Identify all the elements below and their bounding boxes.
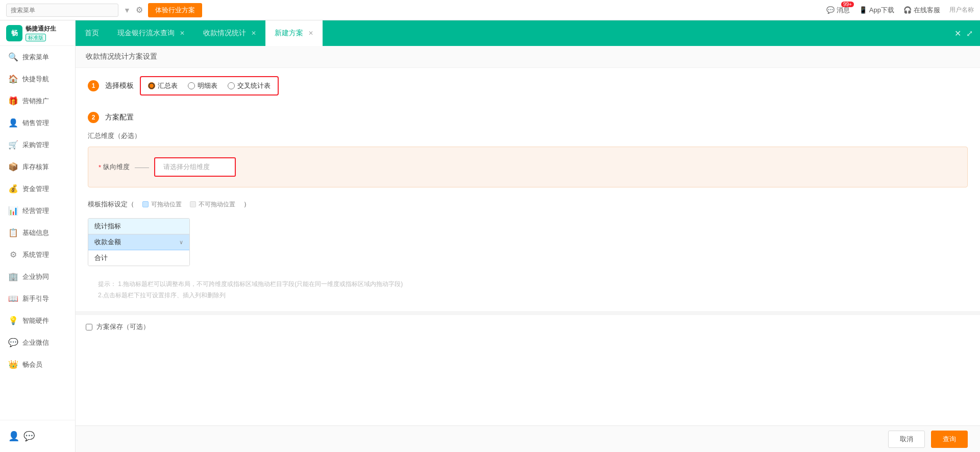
save-checkbox[interactable] <box>86 324 92 330</box>
sidebar-item-marketing[interactable]: 🎁 营销推广 <box>0 90 75 112</box>
section-divider <box>76 311 980 315</box>
sidebar-item-label-sales: 销售管理 <box>22 118 49 128</box>
sidebar-item-finance[interactable]: 💰 资金管理 <box>0 178 75 200</box>
save-row: 方案保存（可选） <box>76 315 980 339</box>
tab-newplan[interactable]: 新建方案 ✕ <box>265 20 323 46</box>
step2-label: 方案配置 <box>105 113 134 122</box>
sidebar-item-system[interactable]: ⚙ 系统管理 <box>0 244 75 266</box>
query-button[interactable]: 查询 <box>931 431 968 448</box>
tab-home[interactable]: 首页 <box>76 20 108 46</box>
finance-icon: 💰 <box>8 184 18 194</box>
main-layout: 畅 畅捷通好生 标准版 🔍 搜索菜单 🏠 快捷导航 🎁 营销推广 👤 销 <box>0 20 980 452</box>
sidebar-item-member[interactable]: 👑 畅会员 <box>0 353 75 375</box>
tab-cashflow-close[interactable]: ✕ <box>180 30 185 37</box>
metrics-col-header-label: 收款金额 <box>94 237 121 247</box>
tab-receipt-close[interactable]: ✕ <box>251 30 256 37</box>
tips-section: 提示： 1.拖动标题栏可以调整布局，不可跨维度或指标区域拖动栏目字段(只能在同一… <box>88 274 968 303</box>
dimension-select[interactable]: 请选择分组维度 <box>154 157 236 177</box>
radio-summary-input[interactable] <box>148 82 155 89</box>
radio-cross-input[interactable] <box>228 82 235 89</box>
hardware-icon: 💡 <box>8 316 18 325</box>
radio-detail-input[interactable] <box>188 82 195 89</box>
sidebar-item-label-basicinfo: 基础信息 <box>22 228 49 237</box>
tab-bar-actions: ✕ ⤢ <box>947 29 980 38</box>
fixed-dot <box>190 201 196 207</box>
dropdown-arrow-icon: ▼ <box>124 6 131 14</box>
basicinfo-icon: 📋 <box>8 228 18 237</box>
sidebar-item-purchase[interactable]: 🛒 采购管理 <box>0 134 75 156</box>
logo-text: 畅捷通好生 标准版 <box>26 25 56 41</box>
dimension-grid: * 纵向维度 —— 请选择分组维度 <box>88 147 968 187</box>
sidebar-item-label-search: 搜索菜单 <box>22 53 49 62</box>
service-item[interactable]: 🎧 在线客服 <box>903 6 940 15</box>
draggable-dot <box>142 201 149 207</box>
marketing-icon: 🎁 <box>8 96 18 106</box>
step2-section: 2 方案配置 汇总维度（必选） * 纵向维度 —— 请选择分组维度 <box>76 112 980 311</box>
sales-icon: 👤 <box>8 118 18 128</box>
cancel-button[interactable]: 取消 <box>888 431 925 448</box>
tip-text-2: 2.点击标题栏下拉可设置排序、插入列和删除列 <box>98 290 958 301</box>
metrics-section: 模板指标设定（ 可拖动位置 不可拖动位置 ） <box>88 194 968 274</box>
page-content: 收款情况统计方案设置 1 选择模板 汇总表 <box>76 46 980 425</box>
member-icon: 👑 <box>8 360 18 369</box>
sidebar-item-label-inventory: 库存核算 <box>22 162 49 172</box>
enterprise-icon: 🏢 <box>8 272 18 281</box>
metrics-table-header: 统计指标 <box>88 219 189 234</box>
step2-row: 2 方案配置 <box>88 112 968 123</box>
download-label: App下载 <box>869 6 894 15</box>
download-item[interactable]: 📱 App下载 <box>859 6 894 15</box>
inventory-icon: 📦 <box>8 162 18 172</box>
sidebar-nav: 🔍 搜索菜单 🏠 快捷导航 🎁 营销推广 👤 销售管理 🛒 采购管理 📦 <box>0 46 75 420</box>
draggable-label: 可拖动位置 <box>151 200 182 209</box>
dimension-section: 汇总维度（必选） * 纵向维度 —— 请选择分组维度 <box>88 131 968 194</box>
tab-close-icon[interactable]: ✕ <box>954 29 961 38</box>
message-item[interactable]: 💬 消息 99+ <box>826 6 850 15</box>
tab-cashflow-label: 现金银行流水查询 <box>117 29 175 38</box>
drag-fixed-legend: 不可拖动位置 <box>190 200 235 209</box>
metrics-col-dropdown-icon[interactable]: ∨ <box>179 239 183 246</box>
footer-bar: 取消 查询 <box>76 425 980 452</box>
metrics-col-header[interactable]: 收款金额 ∨ <box>88 234 189 250</box>
sidebar-item-business[interactable]: 📊 经营管理 <box>0 200 75 222</box>
sidebar: 畅 畅捷通好生 标准版 🔍 搜索菜单 🏠 快捷导航 🎁 营销推广 👤 销 <box>0 20 76 452</box>
radio-detail[interactable]: 明细表 <box>188 81 217 90</box>
radio-cross-label: 交叉统计表 <box>237 81 271 90</box>
search-icon: 🔍 <box>8 52 18 62</box>
drag-draggable-legend: 可拖动位置 <box>142 200 182 209</box>
radio-summary[interactable]: 汇总表 <box>148 81 178 90</box>
sidebar-badge: 标准版 <box>26 34 46 41</box>
sidebar-item-inventory[interactable]: 📦 库存核算 <box>0 156 75 178</box>
search-input[interactable] <box>6 4 118 17</box>
sidebar-item-label-marketing: 营销推广 <box>22 97 49 106</box>
sidebar-item-sales[interactable]: 👤 销售管理 <box>0 112 75 134</box>
system-icon: ⚙ <box>8 250 18 259</box>
trial-button[interactable]: 体验行业方案 <box>148 3 202 17</box>
sidebar-item-search[interactable]: 🔍 搜索菜单 <box>0 46 75 68</box>
tab-expand-icon[interactable]: ⤢ <box>966 29 973 38</box>
tab-newplan-close[interactable]: ✕ <box>308 30 313 37</box>
sidebar-item-basicinfo[interactable]: 📋 基础信息 <box>0 222 75 244</box>
sidebar-item-hardware[interactable]: 💡 智能硬件 <box>0 310 75 331</box>
gear-icon[interactable]: ⚙ <box>136 5 143 15</box>
dimension-title: 汇总维度（必选） <box>88 131 968 140</box>
radio-cross[interactable]: 交叉统计表 <box>228 81 271 90</box>
save-label: 方案保存（可选） <box>96 322 150 331</box>
tab-receipt[interactable]: 收款情况统计 ✕ <box>194 20 265 46</box>
download-icon: 📱 <box>859 6 867 14</box>
tab-cashflow[interactable]: 现金银行流水查询 ✕ <box>108 20 194 46</box>
step1-label: 选择模板 <box>105 81 134 90</box>
sidebar-item-enterprise[interactable]: 🏢 企业协同 <box>0 266 75 288</box>
sidebar-bottom-item1[interactable]: 👤 💬 <box>0 425 75 447</box>
sidebar-item-label-guide: 新手引导 <box>22 294 49 303</box>
sidebar-item-label-wechat: 企业微信 <box>22 338 49 347</box>
sidebar-bottom-icon2: 💬 <box>23 431 35 442</box>
message-icon: 💬 <box>826 6 835 14</box>
sidebar-item-wechat[interactable]: 💬 企业微信 <box>0 331 75 353</box>
vertical-dim-label: * 纵向维度 <box>99 162 130 172</box>
service-label: 在线客服 <box>914 6 940 15</box>
sidebar-item-guide[interactable]: 📖 新手引导 <box>0 288 75 310</box>
sidebar-item-label-finance: 资金管理 <box>22 184 49 194</box>
service-icon: 🎧 <box>903 6 912 14</box>
tab-home-label: 首页 <box>85 29 99 38</box>
sidebar-item-home[interactable]: 🏠 快捷导航 <box>0 68 75 90</box>
